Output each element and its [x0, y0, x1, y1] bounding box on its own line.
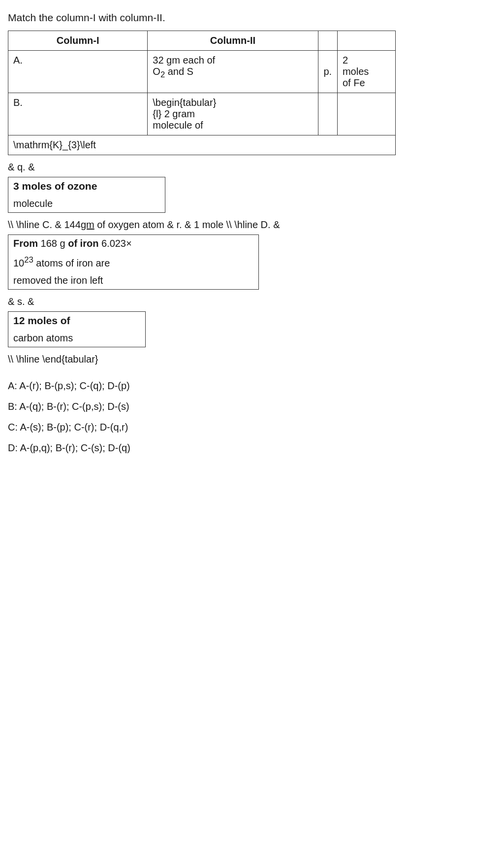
row-b-col1: B. — [8, 93, 148, 135]
header-col2: Column-II — [148, 31, 318, 51]
box-ozone: 3 moles of ozone molecule — [8, 177, 165, 213]
box2-line2: 1023 atoms of iron are — [13, 258, 110, 268]
table-row-a: A. 32 gm each of O2 and S p. 2molesof Fe — [8, 51, 396, 93]
end-tabular-text: \\ \hline \end{tabular} — [8, 351, 396, 367]
answer-a: A: A-(r); B-(p,s); C-(q); D-(p) — [8, 376, 396, 396]
table-row-mathrm: \mathrm{K}_{3}\left — [8, 135, 396, 155]
box-carbon: 12 moles of carbon atoms — [8, 311, 146, 347]
answer-d: D: A-(p,q); B-(r); C-(s); D-(q) — [8, 438, 396, 458]
box3-line2: carbon atoms — [13, 333, 73, 343]
box-iron: From 168 g of iron 6.023× 1023 atoms of … — [8, 234, 259, 290]
row-a-col3-val: 2molesof Fe — [337, 51, 395, 93]
ampersand-q: & q. & — [8, 159, 396, 175]
ampersand-s: & s. & — [8, 294, 396, 309]
c-row-text: \\ \hline C. & 144gm of oxygen atom & r.… — [8, 217, 396, 233]
header-col3-val — [337, 31, 395, 51]
row-a-col2: 32 gm each of O2 and S — [148, 51, 318, 93]
box1-line1: 3 moles of ozone — [13, 180, 97, 192]
header-col3-label — [318, 31, 337, 51]
answer-b: B: A-(q); B-(r); C-(p,s); D-(s) — [8, 397, 396, 416]
row-mathrm-content: \mathrm{K}_{3}\left — [8, 135, 396, 155]
match-table: Column-I Column-II A. 32 gm each of O2 a… — [8, 31, 396, 155]
row-a-col3-label: p. — [318, 51, 337, 93]
row-b-col3-label — [318, 93, 337, 135]
table-row-b: B. \begin{tabular} {l} 2 gram molecule o… — [8, 93, 396, 135]
answer-options: A: A-(r); B-(p,s); C-(q); D-(p) B: A-(q)… — [8, 376, 396, 458]
row-b-col2: \begin{tabular} {l} 2 gram molecule of — [148, 93, 318, 135]
box2-line3: removed the iron left — [13, 275, 103, 286]
box1-line2: molecule — [13, 198, 53, 209]
answer-c: C: A-(s); B-(p); C-(r); D-(q,r) — [8, 417, 396, 437]
row-b-col3-val — [337, 93, 395, 135]
intro-text: Match the column-I with column-II. — [8, 12, 396, 24]
box2-line1: From 168 g of iron 6.023× — [13, 238, 132, 249]
row-a-col1: A. — [8, 51, 148, 93]
header-col1: Column-I — [8, 31, 148, 51]
box3-line1: 12 moles of — [13, 315, 70, 326]
